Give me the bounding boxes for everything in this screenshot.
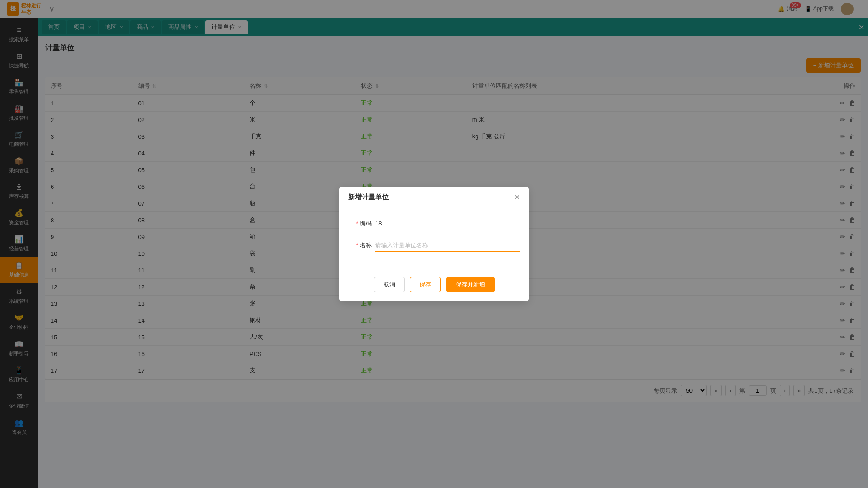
modal-footer: 取消 保存 保存并新增 [339,272,529,301]
required-mark: * [356,242,358,249]
modal-title: 新增计量单位 [348,193,389,202]
modal-overlay: 新增计量单位 ✕ * 编码 * 名称 取消 保存 保存并新增 [0,0,868,488]
form-row-name: * 名称 [348,239,520,252]
save-and-new-button[interactable]: 保存并新增 [446,277,495,292]
name-input[interactable] [375,239,520,252]
required-mark: * [356,220,358,227]
save-button[interactable]: 保存 [410,277,441,292]
code-input[interactable] [375,217,520,230]
modal-close-button[interactable]: ✕ [514,193,520,202]
modal-body: * 编码 * 名称 [339,206,529,272]
form-row-code: * 编码 [348,217,520,230]
modal-header: 新增计量单位 ✕ [339,187,529,206]
name-label: * 名称 [348,241,375,249]
cancel-button[interactable]: 取消 [374,277,405,292]
add-unit-modal: 新增计量单位 ✕ * 编码 * 名称 取消 保存 保存并新增 [339,187,529,301]
code-label: * 编码 [348,220,375,228]
